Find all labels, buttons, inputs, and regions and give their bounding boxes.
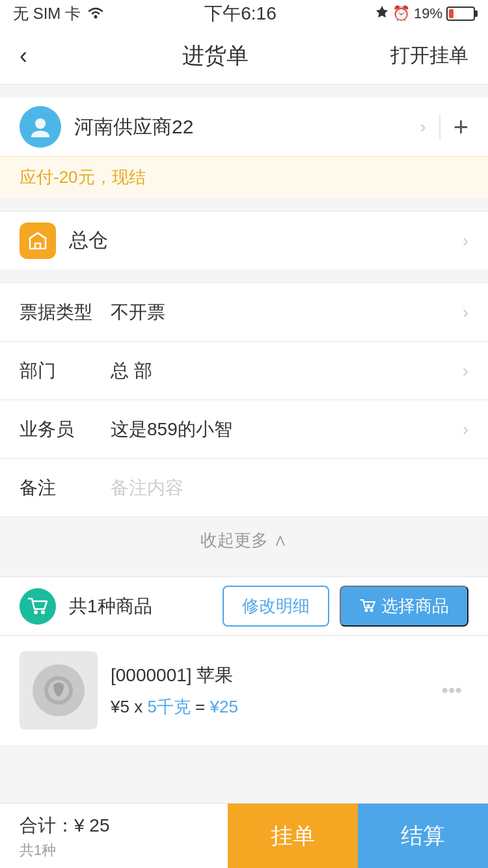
invoice-value: 不开票 <box>104 300 463 325</box>
dept-value: 总 部 <box>104 359 463 383</box>
battery-percent: 19% <box>414 5 442 22</box>
supplier-arrow-icon: › <box>420 116 426 137</box>
nav-bar: ‹ 进货单 打开挂单 <box>0 27 488 85</box>
supplier-divider <box>439 114 441 140</box>
alarm-icon: ⏰ <box>392 5 410 22</box>
svg-point-1 <box>35 118 46 129</box>
bottom-total: 合计：¥ 25 共1种 <box>0 811 228 860</box>
product-name: [0000001] 苹果 <box>111 663 422 688</box>
add-supplier-button[interactable]: + <box>454 113 468 142</box>
product-cart-icon <box>20 588 56 625</box>
supplier-section: 河南供应商22 › + 应付-20元，现结 <box>0 98 488 198</box>
gap2 <box>0 198 488 211</box>
product-thumbnail <box>20 651 98 729</box>
staff-value: 这是859的小智 <box>104 417 463 442</box>
select-product-icon <box>359 599 376 614</box>
warehouse-icon <box>20 223 56 259</box>
product-eq: = <box>191 697 210 716</box>
product-qty: 5千克 <box>147 697 190 716</box>
checkout-button[interactable]: 结算 <box>358 804 488 869</box>
svg-point-5 <box>370 608 373 612</box>
remark-input[interactable]: 备注内容 <box>104 476 468 500</box>
collapse-label: 收起更多 ∧ <box>200 529 287 552</box>
collapse-row[interactable]: 收起更多 ∧ <box>0 517 488 563</box>
wifi-icon <box>86 5 105 23</box>
svg-point-3 <box>41 610 45 614</box>
remark-label: 备注 <box>20 476 104 500</box>
page-title: 进货单 <box>40 41 390 71</box>
dept-arrow-icon: › <box>463 360 468 381</box>
product-thumb-inner <box>33 664 85 716</box>
invoice-row[interactable]: 票据类型 不开票 › <box>0 282 488 341</box>
no-sim-text: 无 SIM 卡 <box>13 3 81 24</box>
product-section: 共1种商品 修改明细 选择商品 <box>0 576 488 745</box>
total-count: 共1种 <box>20 841 208 860</box>
dept-label: 部门 <box>20 359 104 383</box>
status-left: 无 SIM 卡 <box>13 3 105 24</box>
product-total: ¥25 <box>210 697 237 716</box>
product-unit-price: ¥5 x <box>111 697 147 716</box>
product-price: ¥5 x 5千克 = ¥25 <box>111 696 422 718</box>
dept-row[interactable]: 部门 总 部 › <box>0 341 488 400</box>
status-right: ⏰ 19% <box>375 5 475 22</box>
product-header: 共1种商品 修改明细 选择商品 <box>0 576 488 635</box>
total-amount: 合计：¥ 25 <box>20 811 208 838</box>
warehouse-arrow-icon: › <box>463 230 468 251</box>
staff-row[interactable]: 业务员 这是859的小智 › <box>0 400 488 458</box>
warehouse-row[interactable]: 总仓 › <box>0 211 488 269</box>
form-section: 票据类型 不开票 › 部门 总 部 › 业务员 这是859的小智 › 备注 备注… <box>0 282 488 517</box>
svg-point-0 <box>94 16 98 19</box>
location-icon <box>375 5 388 22</box>
gap3 <box>0 269 488 282</box>
gap1 <box>0 85 488 98</box>
staff-label: 业务员 <box>20 417 104 442</box>
hang-button[interactable]: 挂单 <box>228 804 358 869</box>
product-count-text: 共1种商品 <box>56 594 223 619</box>
invoice-label: 票据类型 <box>20 300 104 325</box>
select-product-label: 选择商品 <box>381 595 449 617</box>
product-more-button[interactable]: ••• <box>435 673 468 708</box>
staff-arrow-icon: › <box>463 419 468 440</box>
payment-hint: 应付-20元，现结 <box>0 156 488 198</box>
supplier-name: 河南供应商22 <box>61 114 420 141</box>
total-label: 合计： <box>20 815 74 835</box>
supplier-avatar <box>20 106 61 148</box>
select-product-button[interactable]: 选择商品 <box>340 586 468 627</box>
bottom-bar: 合计：¥ 25 共1种 挂单 结算 <box>0 803 488 868</box>
svg-point-4 <box>365 608 368 612</box>
warehouse-name: 总仓 <box>56 227 463 254</box>
supplier-row[interactable]: 河南供应商22 › + <box>0 98 488 156</box>
svg-point-2 <box>34 610 38 614</box>
total-value: ¥ 25 <box>74 815 110 835</box>
open-hang-button[interactable]: 打开挂单 <box>390 42 468 69</box>
product-info: [0000001] 苹果 ¥5 x 5千克 = ¥25 <box>111 663 422 718</box>
invoice-arrow-icon: › <box>463 302 468 323</box>
warehouse-section: 总仓 › <box>0 211 488 269</box>
back-button[interactable]: ‹ <box>20 42 40 70</box>
modify-detail-button[interactable]: 修改明细 <box>223 586 329 627</box>
gap4 <box>0 563 488 576</box>
remark-row[interactable]: 备注 备注内容 <box>0 458 488 517</box>
battery-icon <box>446 7 475 21</box>
product-item: [0000001] 苹果 ¥5 x 5千克 = ¥25 ••• <box>0 635 488 745</box>
status-bar: 无 SIM 卡 下午6:16 ⏰ 19% <box>0 0 488 27</box>
status-time: 下午6:16 <box>204 1 277 26</box>
